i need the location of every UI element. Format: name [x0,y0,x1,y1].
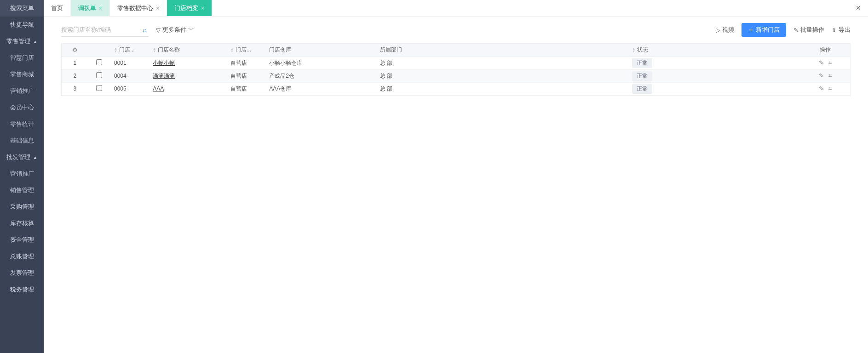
filter-label: 更多条件 [162,26,186,34]
export-button[interactable]: ⇪ 导出 [832,26,851,34]
search-icon[interactable]: ⌕ [143,26,147,34]
sidebar-item-wholesale-marketing[interactable]: 营销推广 [0,165,44,182]
cell-type: 自营店 [227,69,265,82]
sidebar-wholesale-sub: 营销推广 销售管理 [0,165,44,199]
table-row: 2 0004 滴滴滴滴 自营店 产成品2仓 总 部 正常 ✎⌗ [62,69,850,82]
sidebar-item-basic-info[interactable]: 基础信息 [0,132,44,149]
tab-bar: 首页 调拨单 × 零售数据中心 × 门店档案 × × [44,0,868,17]
th-store-code[interactable]: ▲▼门店... [110,44,149,57]
sidebar-search-menu[interactable]: 搜索菜单 [0,0,44,17]
edit-icon: ✎ [793,27,799,34]
caret-up-icon: ▲ [33,39,38,44]
sidebar-item-member-center[interactable]: 会员中心 [0,99,44,116]
status-badge: 正常 [632,71,652,81]
sidebar-retail-sub: 智慧门店 零售商城 营销推广 会员中心 零售统计 基础信息 [0,50,44,149]
sidebar-item-smart-store[interactable]: 智慧门店 [0,50,44,66]
status-badge: 正常 [632,58,652,68]
sort-icon: ▲▼ [153,47,156,53]
video-link[interactable]: ▷ 视频 [716,26,734,34]
tab-store-archive[interactable]: 门店档案 × [167,0,212,16]
search-wrap: ⌕ [61,23,149,37]
sidebar: 搜索菜单 快捷导航 零售管理 ▲ 智慧门店 零售商城 营销推广 会员中心 零售统… [0,0,44,353]
table-row: 1 0001 小畅小畅 自营店 小畅小畅仓库 总 部 正常 ✎⌗ [62,57,850,69]
sidebar-item-marketing[interactable]: 营销推广 [0,83,44,99]
cell-code: 0001 [110,57,149,69]
table-header-row: ⚙ ▲▼门店... ▲▼门店名称 ▲▼门店... 门店仓库 所属部门 ▲▼状态 … [62,44,850,57]
th-status[interactable]: ▲▼状态 [628,44,800,57]
store-name-link[interactable]: 小畅小畅 [153,60,175,66]
close-icon[interactable]: × [156,5,159,11]
sidebar-item-invoice[interactable]: 发票管理 [0,265,44,281]
main-area: 首页 调拨单 × 零售数据中心 × 门店档案 × × ⌕ ▽ 更多条件 ﹀ ▷ … [44,0,868,353]
close-all-tabs[interactable]: × [852,0,864,16]
cell-type: 自营店 [227,82,265,95]
th-depot: 门店仓库 [265,44,376,57]
sidebar-quick-nav[interactable]: 快捷导航 [0,17,44,33]
row-checkbox[interactable] [96,85,102,91]
sidebar-item-retail-mall[interactable]: 零售商城 [0,66,44,83]
sidebar-item-funds[interactable]: 资金管理 [0,232,44,248]
th-settings[interactable]: ⚙ [62,44,88,57]
plus-icon: ＋ [748,26,754,34]
store-name-link[interactable]: 滴滴滴滴 [153,73,175,79]
sidebar-item-ledger[interactable]: 总账管理 [0,248,44,265]
cell-dept: 总 部 [376,57,628,69]
qr-icon[interactable]: ⌗ [828,72,832,80]
qr-icon[interactable]: ⌗ [828,85,832,92]
cell-type: 自营店 [227,57,265,69]
cell-dept: 总 部 [376,82,628,95]
edit-row-icon[interactable]: ✎ [819,59,824,67]
row-checkbox[interactable] [96,59,102,65]
close-icon[interactable]: × [99,5,102,11]
table-wrap: ⚙ ▲▼门店... ▲▼门店名称 ▲▼门店... 门店仓库 所属部门 ▲▼状态 … [61,43,851,96]
th-checkbox [88,44,110,57]
qr-icon[interactable]: ⌗ [828,59,832,67]
cell-code: 0004 [110,69,149,82]
th-store-name[interactable]: ▲▼门店名称 [149,44,227,57]
caret-up-icon: ▲ [33,155,38,160]
sort-icon: ▲▼ [230,47,234,53]
cell-index: 1 [62,57,88,69]
sidebar-group-retail[interactable]: 零售管理 ▲ [0,33,44,50]
batch-ops-button[interactable]: ✎ 批量操作 [793,26,824,34]
th-store-type[interactable]: ▲▼门店... [227,44,265,57]
add-store-button[interactable]: ＋ 新增门店 [742,23,786,37]
tab-retail-data-center[interactable]: 零售数据中心 × [110,0,167,16]
table-row: 3 0005 AAA 自营店 AAA仓库 总 部 正常 ✎⌗ [62,82,850,95]
cell-code: 0005 [110,82,149,95]
sidebar-item-inventory[interactable]: 库存核算 [0,215,44,232]
filter-more-conditions[interactable]: ▽ 更多条件 ﹀ [156,26,194,34]
cell-dept: 总 部 [376,69,628,82]
th-dept: 所属部门 [376,44,628,57]
search-input[interactable] [61,23,149,37]
sidebar-item-retail-stats[interactable]: 零售统计 [0,116,44,132]
cell-index: 2 [62,69,88,82]
gear-icon: ⚙ [72,46,78,53]
close-icon: × [856,3,861,13]
cell-depot: AAA仓库 [265,82,376,95]
cell-depot: 产成品2仓 [265,69,376,82]
store-table: ⚙ ▲▼门店... ▲▼门店名称 ▲▼门店... 门店仓库 所属部门 ▲▼状态 … [62,44,850,96]
toolbar: ⌕ ▽ 更多条件 ﹀ ▷ 视频 ＋ 新增门店 ✎ 批量操作 ⇪ 导出 [44,17,868,43]
play-icon: ▷ [716,27,720,34]
sort-icon: ▲▼ [114,47,117,53]
sidebar-item-tax[interactable]: 税务管理 [0,281,44,298]
sidebar-group-wholesale[interactable]: 批发管理 ▲ [0,149,44,165]
funnel-icon: ▽ [156,27,161,34]
close-icon[interactable]: × [201,5,204,11]
chevron-down-icon: ﹀ [188,26,194,34]
sidebar-item-purchase[interactable]: 采购管理 [0,199,44,215]
edit-row-icon[interactable]: ✎ [819,72,824,80]
tab-home[interactable]: 首页 [44,0,71,16]
export-icon: ⇪ [832,27,837,34]
edit-row-icon[interactable]: ✎ [819,85,824,92]
cell-index: 3 [62,82,88,95]
store-name-link[interactable]: AAA [153,85,164,92]
tab-transfer-order[interactable]: 调拨单 × [71,0,110,16]
table-body: 1 0001 小畅小畅 自营店 小畅小畅仓库 总 部 正常 ✎⌗ 2 0004 … [62,57,850,95]
row-checkbox[interactable] [96,72,102,78]
sort-icon: ▲▼ [632,47,635,53]
cell-depot: 小畅小畅仓库 [265,57,376,69]
sidebar-item-sales-manage[interactable]: 销售管理 [0,182,44,199]
th-operations: 操作 [800,44,850,57]
